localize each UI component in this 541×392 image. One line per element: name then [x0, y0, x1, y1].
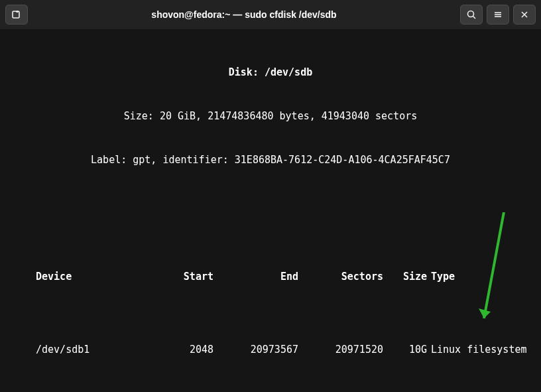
col-size: Size — [383, 269, 427, 284]
menu-button[interactable] — [487, 5, 509, 25]
titlebar: shovon@fedora:~ — sudo cfdisk /dev/sdb — [0, 0, 541, 29]
new-tab-button[interactable] — [5, 5, 28, 25]
col-start: Start — [127, 269, 213, 284]
partition-table-header: Device Start End Sectors Size Type — [5, 269, 536, 284]
terminal-content: Disk: /dev/sdb Size: 20 GiB, 21474836480… — [0, 29, 541, 392]
svg-rect-0 — [13, 11, 19, 18]
col-type: Type — [427, 269, 536, 284]
partition-device: /dev/sdb1 — [29, 342, 127, 357]
col-end: End — [213, 269, 298, 284]
col-sectors: Sectors — [298, 269, 383, 284]
partition-start: 2048 — [127, 342, 213, 357]
close-button[interactable] — [513, 5, 536, 25]
svg-line-4 — [473, 17, 476, 19]
col-device: Device — [29, 269, 127, 284]
window-title: shovon@fedora:~ — sudo cfdisk /dev/sdb — [32, 9, 456, 20]
search-button[interactable] — [460, 5, 483, 25]
partition-sectors: 20971520 — [298, 342, 383, 357]
partition-end: 20973567 — [213, 342, 298, 357]
partition-size: 10G — [383, 342, 427, 357]
disk-label-line: Label: gpt, identifier: 31E868BA-7612-C2… — [5, 153, 536, 167]
row-marker — [5, 342, 29, 357]
disk-header: Disk: /dev/sdb — [5, 65, 536, 80]
partition-type: Linux filesystem — [427, 342, 536, 357]
disk-size-line: Size: 20 GiB, 21474836480 bytes, 4194304… — [5, 109, 536, 123]
partition-row[interactable]: /dev/sdb1 2048 20973567 20971520 10G Lin… — [5, 342, 536, 357]
svg-point-3 — [468, 11, 474, 17]
